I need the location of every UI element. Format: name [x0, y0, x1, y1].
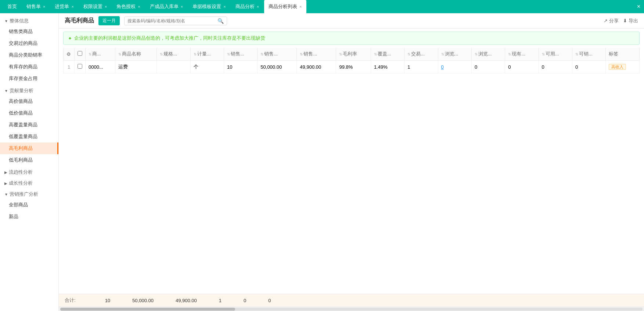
group-label: 整体信息 — [10, 18, 29, 24]
filter-recent-month-button[interactable]: 近一月 — [98, 16, 120, 25]
sidebar-item-销售类商品[interactable]: 销售类商品 — [0, 26, 58, 37]
sort-icon: ⇅ — [542, 52, 545, 56]
nav-label: 首页 — [7, 3, 17, 10]
tag-badge: 高收入 — [609, 64, 626, 70]
share-button[interactable]: ↗ 分享 — [604, 18, 619, 24]
sort-icon: ⇅ — [475, 52, 478, 56]
col-header-6[interactable]: ⇅销售... — [224, 48, 257, 61]
nav-close-icon[interactable]: × — [105, 4, 107, 9]
nav-label: 单据模板设置 — [193, 3, 221, 10]
nav-close-icon[interactable]: × — [138, 4, 140, 9]
col-header-7[interactable]: ⇅销售... — [258, 48, 297, 61]
row-sales2: 50,000.00 — [258, 61, 297, 73]
col-header-15[interactable]: ⇅可用... — [539, 48, 572, 61]
col-header-8[interactable]: ⇅销售... — [297, 48, 336, 61]
close-all-button[interactable]: × — [637, 3, 640, 10]
sidebar-item-label: 高毛利商品 — [9, 145, 33, 151]
nav-close-icon[interactable]: × — [43, 4, 45, 9]
browse1-link[interactable]: 0 — [441, 64, 444, 70]
row-spec — [157, 61, 190, 73]
col-header-5[interactable]: ⇅计量... — [190, 48, 224, 61]
sidebar-item-label: 销售类商品 — [9, 29, 33, 34]
content-header: 高毛利商品 近一月 🔍 ↗ 分享 ⬇ 导出 — [59, 13, 644, 29]
sidebar-item-低覆盖量商品[interactable]: 低覆盖量商品 — [0, 131, 58, 142]
nav-close-icon[interactable]: × — [181, 4, 183, 9]
sidebar-item-新品[interactable]: 新品 — [0, 211, 58, 223]
sidebar-item-低价值商品[interactable]: 低价值商品 — [0, 107, 58, 119]
nav-label: 商品分析列表 — [269, 3, 297, 10]
footer-transactions: 1 — [219, 298, 222, 303]
sidebar-item-有库存的商品[interactable]: 有库存的商品 — [0, 61, 58, 73]
row-sales1: 10 — [224, 61, 257, 73]
row-transactions: 1 — [404, 61, 438, 73]
top-nav: 首页销售单×进货单×权限设置×角色授权×产成品入库单×单据模板设置×商品分析×商… — [0, 0, 644, 13]
sidebar-item-交易过的商品[interactable]: 交易过的商品 — [0, 37, 58, 49]
col-header-4[interactable]: ⇅规格... — [157, 48, 190, 61]
nav-item-首页[interactable]: 首页 — [3, 0, 21, 13]
col-header-3[interactable]: ⇅商品名称 — [115, 48, 157, 61]
sidebar-group-贡献量分析[interactable]: ▼贡献量分析 — [0, 84, 58, 95]
nav-item-进货单[interactable]: 进货单× — [50, 0, 78, 13]
nav-item-商品分析[interactable]: 商品分析× — [231, 0, 263, 13]
nav-close-icon[interactable]: × — [299, 4, 302, 9]
nav-close-icon[interactable]: × — [257, 4, 259, 9]
sort-icon: ⇅ — [575, 52, 578, 56]
row-gross-rate: 99.8% — [336, 61, 371, 73]
sidebar-item-商品分类助销率[interactable]: 商品分类助销率 — [0, 49, 58, 61]
col-header-13[interactable]: ⇅浏览... — [471, 48, 505, 61]
sidebar-item-label: 高价值商品 — [9, 98, 33, 104]
select-all-checkbox[interactable] — [78, 51, 82, 56]
nav-close-icon[interactable]: × — [71, 4, 73, 9]
export-button[interactable]: ⬇ 导出 — [623, 18, 638, 24]
info-banner: ✦ 企业的主要的利润都是这部分商品创造的，可考虑加大推广，同时关注库存是不要出现… — [63, 32, 640, 45]
group-label: 成长性分析 — [9, 180, 33, 187]
sidebar-group-流趋性分析[interactable]: ▶流趋性分析 — [0, 166, 58, 177]
col-label: 销售... — [303, 51, 317, 57]
col-header-12[interactable]: ⇅浏览... — [438, 48, 471, 61]
nav-item-角色授权[interactable]: 角色授权× — [112, 0, 144, 13]
col-header-14[interactable]: ⇅现有... — [505, 48, 539, 61]
col-header-16[interactable]: ⇅可销... — [572, 48, 605, 61]
sidebar-item-高覆盖量商品[interactable]: 高覆盖量商品 — [0, 119, 58, 131]
row-name: 运费 — [115, 61, 157, 73]
group-arrow-icon: ▼ — [4, 19, 8, 23]
nav-close-icon[interactable]: × — [223, 4, 226, 9]
nav-item-单据模板设置[interactable]: 单据模板设置× — [188, 0, 230, 13]
sidebar-item-label: 低毛利商品 — [9, 157, 33, 163]
search-icon[interactable]: 🔍 — [217, 18, 224, 24]
sidebar-group-成长性分析[interactable]: ▶成长性分析 — [0, 177, 58, 188]
row-stock2: 0 — [539, 61, 572, 73]
export-icon: ⬇ — [623, 18, 627, 23]
row-browse2: 0 — [471, 61, 505, 73]
sidebar-item-库存资金占用[interactable]: 库存资金占用 — [0, 73, 58, 84]
sidebar-group-整体信息[interactable]: ▼整体信息 — [0, 15, 58, 26]
col-label: 标签 — [609, 51, 618, 57]
col-header-11[interactable]: ⇅交易... — [404, 48, 438, 61]
nav-item-销售单[interactable]: 销售单× — [22, 0, 50, 13]
footer-sales1: 10 — [105, 298, 110, 303]
search-input[interactable] — [127, 18, 215, 23]
sidebar-item-低毛利商品[interactable]: 低毛利商品 — [0, 154, 58, 166]
row-checkbox[interactable] — [78, 64, 82, 69]
col-header-9[interactable]: ⇅毛利率 — [336, 48, 371, 61]
sidebar-item-高价值商品[interactable]: 高价值商品 — [0, 95, 58, 107]
col-header-2[interactable]: ⇅商... — [86, 48, 115, 61]
nav-item-权限设置[interactable]: 权限设置× — [79, 0, 111, 13]
sort-icon: ⇅ — [160, 52, 163, 56]
sidebar-item-全部商品[interactable]: 全部商品 — [0, 199, 58, 211]
export-label: 导出 — [629, 18, 638, 24]
col-header-17: 标签 — [606, 48, 640, 61]
col-header-10[interactable]: ⇅覆盖... — [371, 48, 404, 61]
sidebar-group-营销推广分析[interactable]: ▼营销推广分析 — [0, 188, 58, 199]
info-text: 企业的主要的利润都是这部分商品创造的，可考虑加大推广，同时关注库存是不要出现缺货 — [74, 35, 265, 41]
table-header-row: ⚙⇅商...⇅商品名称⇅规格...⇅计量...⇅销售...⇅销售...⇅销售..… — [64, 48, 640, 61]
bottom-scrollbar[interactable] — [59, 307, 644, 311]
data-table: ⚙⇅商...⇅商品名称⇅规格...⇅计量...⇅销售...⇅销售...⇅销售..… — [63, 48, 640, 73]
header-actions: ↗ 分享 ⬇ 导出 — [604, 18, 638, 24]
sidebar-item-高毛利商品[interactable]: 高毛利商品 — [0, 142, 58, 154]
nav-item-商品分析列表[interactable]: 商品分析列表× — [264, 0, 306, 13]
content-area: 高毛利商品 近一月 🔍 ↗ 分享 ⬇ 导出 ✦ 企业的主要的利润都是这部分商品创… — [59, 13, 644, 311]
sidebar-item-label: 商品分类助销率 — [9, 52, 42, 58]
nav-item-产成品入库单[interactable]: 产成品入库单× — [145, 0, 187, 13]
nav-label: 角色授权 — [116, 3, 136, 10]
